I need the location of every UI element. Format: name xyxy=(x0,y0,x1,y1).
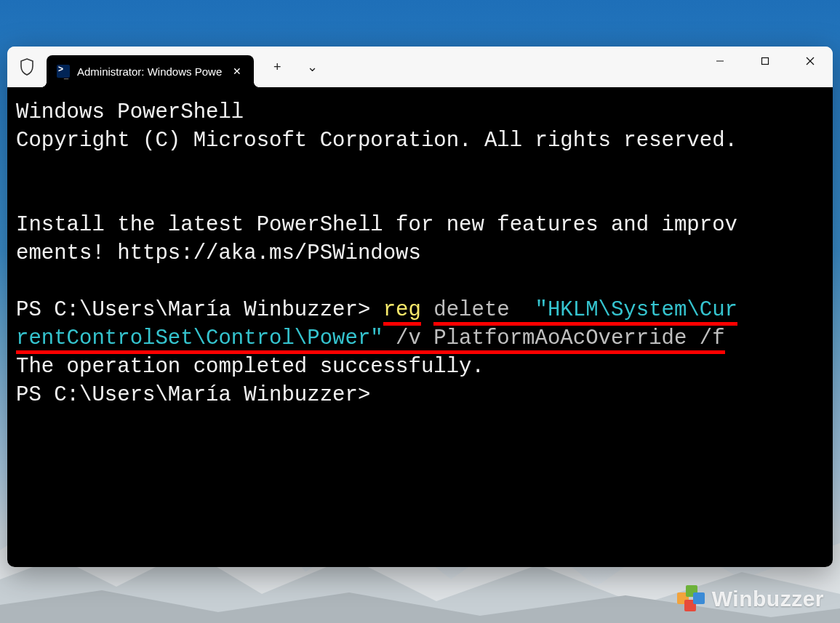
cmd-token-delete: delete xyxy=(433,298,509,326)
titlebar-tab-actions: + ⌄ xyxy=(260,47,329,87)
minimize-button[interactable] xyxy=(697,47,743,76)
maximize-icon xyxy=(761,57,769,65)
window-controls xyxy=(697,47,833,76)
close-icon xyxy=(806,57,815,65)
maximize-button[interactable] xyxy=(743,47,788,76)
minimize-icon xyxy=(716,57,724,65)
watermark: Winbuzzer xyxy=(677,585,824,613)
ps-install-msg-a: Install the latest PowerShell for new fe… xyxy=(16,213,737,237)
winbuzzer-logo-icon xyxy=(677,585,705,613)
cmd-path-a: "HKLM\System\Cur xyxy=(535,298,737,326)
shield-icon xyxy=(20,58,34,76)
tab-close-button[interactable]: ✕ xyxy=(229,63,245,79)
powershell-icon xyxy=(57,65,70,78)
terminal-viewport[interactable]: Windows PowerShell Copyright (C) Microso… xyxy=(7,87,833,567)
cmd-path-b: rentControlSet\Control\Power" xyxy=(16,326,383,354)
cmd-space-1 xyxy=(421,298,433,322)
titlebar[interactable]: Administrator: Windows Powe ✕ + ⌄ xyxy=(7,47,833,87)
cmd-token-reg: reg xyxy=(383,298,421,326)
tab-active[interactable]: Administrator: Windows Powe ✕ xyxy=(47,55,254,87)
cmd-result: The operation completed successfully. xyxy=(16,355,484,379)
ps-install-msg-b: ements! https://aka.ms/PSWindows xyxy=(16,241,421,265)
cmd-space-2 xyxy=(510,298,535,326)
ps-banner-line1: Windows PowerShell xyxy=(16,100,244,124)
ps-prompt-2: PS C:\Users\María Winbuzzer> xyxy=(16,383,370,407)
terminal-window: Administrator: Windows Powe ✕ + ⌄ Window… xyxy=(7,47,833,567)
ps-banner-line2: Copyright (C) Microsoft Corporation. All… xyxy=(16,129,737,153)
tab-dropdown-button[interactable]: ⌄ xyxy=(295,52,329,81)
ps-prompt-1: PS C:\Users\María Winbuzzer> xyxy=(16,298,383,322)
close-button[interactable] xyxy=(788,47,833,76)
new-tab-button[interactable]: + xyxy=(260,52,295,81)
cmd-rest: /v PlatformAoAcOverride /f xyxy=(383,326,725,354)
svg-rect-1 xyxy=(762,58,769,65)
tab-title: Administrator: Windows Powe xyxy=(77,65,222,78)
watermark-text: Winbuzzer xyxy=(712,587,824,611)
